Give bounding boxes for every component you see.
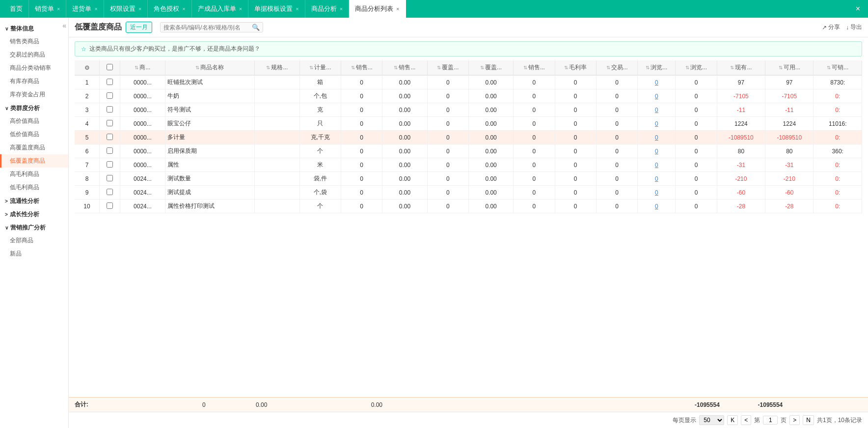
col-cover2[interactable]: ⇅覆盖...	[468, 60, 513, 75]
col-cover1[interactable]: ⇅覆盖...	[427, 60, 468, 75]
table-cell: 0	[427, 117, 468, 131]
table-cell[interactable]	[100, 75, 120, 89]
table-cell[interactable]	[100, 131, 120, 144]
col-sales3[interactable]: ⇅销售...	[514, 60, 555, 75]
col-sales2[interactable]: ⇅销售...	[382, 60, 427, 75]
col-trans[interactable]: ⇅交易...	[596, 60, 637, 75]
col-stock2[interactable]: ⇅可用...	[765, 60, 814, 75]
table-cell: 0	[596, 103, 637, 117]
close-icon[interactable]: ×	[182, 6, 185, 12]
col-settings[interactable]: ⚙	[75, 60, 100, 75]
sidebar-collapse-button[interactable]: «	[62, 22, 66, 29]
table-cell: 360:	[814, 144, 862, 158]
sidebar-item-all-goods[interactable]: 全部商品	[0, 234, 68, 247]
col-sales1[interactable]: ⇅销售...	[341, 60, 382, 75]
nav-tab-analysis[interactable]: 商品分析 ×	[305, 0, 349, 18]
sidebar-group-growth[interactable]: > 成长性分析	[0, 207, 68, 221]
table-container[interactable]: ⚙ ⇅商... ⇅商品名称 ⇅规格... ⇅计量... ⇅销售... ⇅销售..…	[69, 60, 868, 397]
sidebar-group-cluster[interactable]: ∨ 类群度分析	[0, 101, 68, 114]
nav-tab-role[interactable]: 角色授权 ×	[148, 0, 191, 18]
share-button[interactable]: ↗ 分享	[822, 23, 840, 31]
sidebar-item-high-value[interactable]: 高价值商品	[0, 114, 68, 128]
first-page-button[interactable]: K	[727, 415, 738, 425]
nav-tab-permission[interactable]: 权限设置 ×	[104, 0, 148, 18]
table-cell[interactable]	[100, 172, 120, 186]
col-name[interactable]: ⇅商品名称	[165, 60, 255, 75]
table-cell: 80	[765, 144, 814, 158]
page-size-select[interactable]: 50 100 200	[699, 415, 724, 425]
close-icon[interactable]: ×	[396, 6, 399, 12]
table-cell: 0	[555, 131, 596, 144]
select-all-checkbox[interactable]	[107, 64, 113, 70]
table-cell[interactable]	[100, 117, 120, 131]
table-cell[interactable]	[100, 158, 120, 172]
table-header-row: ⚙ ⇅商... ⇅商品名称 ⇅规格... ⇅计量... ⇅销售... ⇅销售..…	[75, 60, 862, 75]
sidebar-group-marketing[interactable]: ∨ 营销推广分析	[0, 221, 68, 234]
col-browse2[interactable]: ⇅浏览...	[676, 60, 717, 75]
table-row: 10000...旺铺批次测试箱00.0000.000000097978730:	[75, 75, 862, 89]
export-button[interactable]: ↓ 导出	[846, 23, 862, 31]
close-icon[interactable]: ×	[296, 6, 298, 12]
table-cell: 个,袋	[299, 186, 341, 200]
table-cell[interactable]	[100, 89, 120, 103]
sidebar-item-traded-goods[interactable]: 交易过的商品	[0, 48, 68, 61]
table-cell[interactable]	[100, 144, 120, 158]
col-unit[interactable]: ⇅计量...	[299, 60, 341, 75]
nav-tab-product-storage[interactable]: 产成品入库单 ×	[192, 0, 248, 18]
sidebar-item-category-rate[interactable]: 商品分类动销率	[0, 61, 68, 75]
table-cell[interactable]	[100, 186, 120, 200]
table-cell: -7105	[765, 89, 814, 103]
sidebar-item-stock-goods[interactable]: 有库存商品	[0, 75, 68, 88]
nav-tab-sales[interactable]: 销货单 ×	[29, 0, 66, 18]
close-all-button[interactable]: ×	[852, 4, 864, 13]
table-cell: 只	[299, 117, 341, 131]
sidebar-group-overall[interactable]: ∨ 整体信息	[0, 22, 68, 35]
table-cell: 9	[75, 186, 100, 200]
prev-page-button[interactable]: <	[741, 415, 751, 425]
col-spec[interactable]: ⇅规格...	[255, 60, 299, 75]
table-cell: 克,千克	[299, 131, 341, 144]
table-cell[interactable]	[100, 103, 120, 117]
sidebar-item-low-value[interactable]: 低价值商品	[0, 128, 68, 141]
next-page-button[interactable]: >	[789, 415, 800, 425]
close-icon[interactable]: ×	[57, 6, 60, 12]
nav-tab-analysis-list[interactable]: 商品分析列表 ×	[349, 0, 406, 18]
col-browse1[interactable]: ⇅浏览...	[638, 60, 676, 75]
table-cell: 牛奶	[165, 89, 255, 103]
table-row: 50000...多计量克,千克00.0000.0000000-1089510-1…	[75, 131, 862, 144]
sidebar-group-circulation[interactable]: > 流通性分析	[0, 194, 68, 207]
search-input[interactable]	[163, 24, 252, 31]
close-icon[interactable]: ×	[239, 6, 242, 12]
footer-sales3	[407, 401, 462, 408]
close-icon[interactable]: ×	[94, 6, 97, 12]
sidebar-item-stock-fund[interactable]: 库存资金占用	[0, 88, 68, 101]
sidebar-item-low-margin[interactable]: 低毛利商品	[0, 181, 68, 194]
nav-tab-purchase[interactable]: 进货单 ×	[66, 0, 104, 18]
close-icon[interactable]: ×	[138, 6, 141, 12]
page-title: 低覆盖度商品	[75, 22, 122, 32]
last-page-button[interactable]: N	[803, 415, 814, 425]
col-stock3[interactable]: ⇅可销...	[814, 60, 862, 75]
sidebar-item-new-goods[interactable]: 新品	[0, 247, 68, 260]
page-number-input[interactable]	[763, 416, 778, 425]
col-margin[interactable]: ⇅毛利率	[555, 60, 596, 75]
sidebar-item-low-coverage[interactable]: 低覆盖度商品	[0, 154, 68, 168]
table-cell: 0	[638, 117, 676, 131]
table-cell[interactable]	[100, 200, 120, 213]
table-cell: 米	[299, 158, 341, 172]
col-code[interactable]: ⇅商...	[120, 60, 165, 75]
nav-tab-home[interactable]: 首页	[4, 0, 29, 18]
close-icon[interactable]: ×	[340, 6, 343, 12]
time-filter-button[interactable]: 近一月	[126, 22, 152, 33]
table-cell: 5	[75, 131, 100, 144]
sidebar-item-high-margin[interactable]: 高毛利商品	[0, 168, 68, 181]
nav-tab-template[interactable]: 单据模板设置 ×	[248, 0, 305, 18]
col-checkbox[interactable]	[100, 60, 120, 75]
info-banner: ☆ 这类商品只有很少客户购买过，是推广不够，还是商品本身问题？	[75, 41, 862, 57]
col-stock1[interactable]: ⇅现有...	[717, 60, 765, 75]
table-cell: 属性价格打印测试	[165, 200, 255, 213]
sidebar-item-sales-goods[interactable]: 销售类商品	[0, 35, 68, 48]
sidebar-item-high-coverage[interactable]: 高覆盖度商品	[0, 141, 68, 154]
table-cell: 0	[427, 186, 468, 200]
table-cell: 0	[676, 75, 717, 89]
